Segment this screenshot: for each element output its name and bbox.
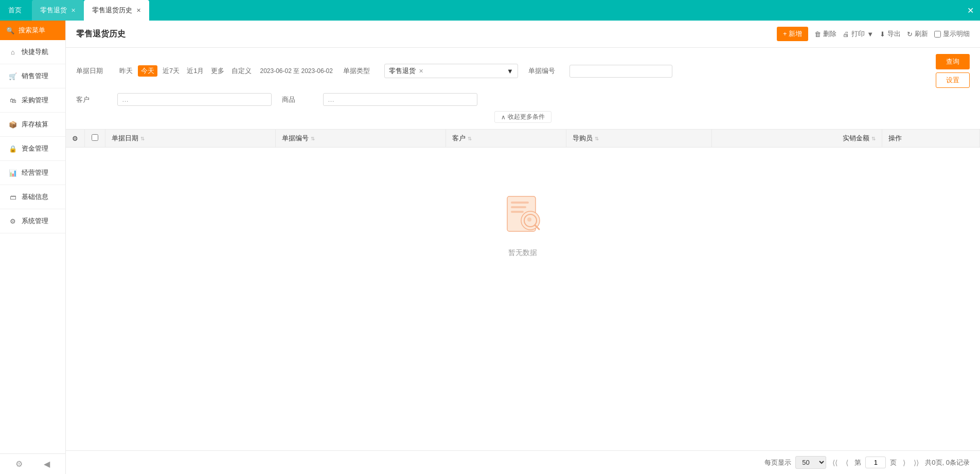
show-detail-checkbox[interactable]: 显示明细 <box>934 29 970 39</box>
tab-retail-return[interactable]: 零售退货 ✕ <box>32 0 84 21</box>
empty-state-row: 暂无数据 <box>66 148 980 299</box>
no-sort-icon: ⇅ <box>311 136 315 141</box>
type-filter-label: 单据类型 <box>343 66 374 76</box>
sidebar-item-finance-mgmt[interactable]: 🔒 资金管理 <box>0 137 65 161</box>
sidebar-item-quick-nav-label: 快捷导航 <box>22 47 48 57</box>
page-first-button[interactable]: ⟨⟨ <box>830 458 840 468</box>
date-opt-yesterday[interactable]: 昨天 <box>117 65 135 77</box>
data-table: ⚙ 单据日期 ⇅ 单据编号 ⇅ <box>66 130 980 299</box>
tab-home-label: 首页 <box>8 6 22 15</box>
setting-button[interactable]: 设置 <box>936 72 970 88</box>
show-detail-input[interactable] <box>934 31 941 38</box>
sidebar-item-sales-mgmt[interactable]: 🛒 销售管理 <box>0 64 65 88</box>
sidebar-item-operation-mgmt[interactable]: 📊 经营管理 <box>0 161 65 185</box>
header-actions: + 新增 🗑 删除 🖨 打印 ▼ ⬇ 导出 ↻ 刷新 <box>777 27 970 41</box>
new-button[interactable]: + 新增 <box>777 27 808 41</box>
print-button[interactable]: 🖨 打印 ▼ <box>843 29 874 39</box>
date-opt-1month[interactable]: 近1月 <box>185 65 206 77</box>
col-date[interactable]: 单据日期 ⇅ <box>105 130 276 148</box>
col-guide[interactable]: 导购员 ⇅ <box>566 130 712 148</box>
filter-area: 单据日期 昨天 今天 近7天 近1月 更多 自定义 2023-06-02 至 2… <box>66 48 980 130</box>
collapse-button[interactable]: ∧ 收起更多条件 <box>494 111 551 123</box>
table-container: ⚙ 单据日期 ⇅ 单据编号 ⇅ <box>66 130 980 450</box>
page-unit: 页 <box>890 458 897 467</box>
type-tag-value: 零售退货 <box>389 66 416 76</box>
voucher-no-input[interactable] <box>569 65 672 78</box>
sidebar-nav: ⌂ 快捷导航 🛒 销售管理 🛍 采购管理 📦 库存核算 🔒 资金管理 📊 <box>0 40 65 453</box>
col-settings[interactable]: ⚙ <box>66 130 85 148</box>
export-icon: ⬇ <box>880 30 885 38</box>
tab-retail-return-history-label: 零售退货历史 <box>92 6 132 15</box>
col-amount[interactable]: 实销金额 ⇅ <box>712 130 882 148</box>
goods-filter-input[interactable]: … <box>323 93 477 106</box>
date-opt-custom[interactable]: 自定义 <box>229 65 254 77</box>
tab-retail-return-close[interactable]: ✕ <box>71 7 76 14</box>
date-opt-today[interactable]: 今天 <box>138 65 157 77</box>
home-icon: ⌂ <box>8 47 17 57</box>
date-opt-more[interactable]: 更多 <box>209 65 226 77</box>
svg-point-7 <box>527 217 531 222</box>
col-action: 操作 <box>882 130 980 148</box>
table-icon: 🗃 <box>8 192 17 202</box>
amount-sort-icon: ⇅ <box>871 136 876 141</box>
type-select-chevron: ▼ <box>507 67 513 75</box>
svg-rect-3 <box>511 211 524 213</box>
tab-retail-return-label: 零售退货 <box>40 6 67 15</box>
sidebar-item-quick-nav[interactable]: ⌂ 快捷导航 <box>0 40 65 64</box>
collapse-row: ∧ 收起更多条件 <box>76 111 970 123</box>
delete-button[interactable]: 🗑 删除 <box>814 29 836 39</box>
refresh-button[interactable]: ↻ 刷新 <box>907 29 928 39</box>
warehouse-icon: 📦 <box>8 120 17 129</box>
goods-filter-label: 商品 <box>282 95 313 104</box>
select-all-checkbox[interactable] <box>92 134 98 141</box>
page-next-button[interactable]: ⟩ <box>901 458 907 468</box>
sidebar-item-inventory-calc[interactable]: 📦 库存核算 <box>0 113 65 137</box>
date-opt-7days[interactable]: 近7天 <box>161 65 182 77</box>
page-prev-button[interactable]: ⟨ <box>844 458 850 468</box>
table-body: 暂无数据 <box>66 148 980 299</box>
page-size-label: 每页显示 <box>764 458 791 467</box>
sidebar-item-basic-info-label: 基础信息 <box>22 192 48 202</box>
svg-rect-2 <box>511 206 526 208</box>
sidebar-item-purchase-mgmt[interactable]: 🛍 采购管理 <box>0 88 65 113</box>
date-filter-label: 单据日期 <box>76 66 107 76</box>
tab-home[interactable]: 首页 <box>0 0 30 21</box>
customer-filter-input[interactable]: … <box>117 93 272 106</box>
sidebar-item-basic-info[interactable]: 🗃 基础信息 <box>0 185 65 209</box>
export-button[interactable]: ⬇ 导出 <box>880 29 901 39</box>
page-title: 零售退货历史 <box>76 29 126 40</box>
sidebar-search[interactable]: 🔍 搜索菜单 <box>0 21 65 40</box>
search-icon: 🔍 <box>6 27 14 34</box>
sidebar-settings-btn[interactable]: ⚙ <box>15 459 23 469</box>
sidebar-collapse-btn[interactable]: ◀ <box>44 459 50 469</box>
col-no[interactable]: 单据编号 ⇅ <box>276 130 446 148</box>
filter-row-2: 客户 … 商品 … <box>76 93 970 106</box>
tab-bar-close-all[interactable]: ✕ <box>967 6 980 15</box>
empty-state: 暂无数据 <box>66 148 980 299</box>
main-layout: 🔍 搜索菜单 ⌂ 快捷导航 🛒 销售管理 🛍 采购管理 📦 库存核算 🔒 <box>0 21 980 474</box>
sidebar-item-system-mgmt[interactable]: ⚙ 系统管理 <box>0 209 65 233</box>
col-customer[interactable]: 客户 ⇅ <box>446 130 566 148</box>
tab-retail-return-history-close[interactable]: ✕ <box>136 7 141 14</box>
lock-icon: 🔒 <box>8 144 17 153</box>
content-area: 零售退货历史 + 新增 🗑 删除 🖨 打印 ▼ ⬇ 导出 ↻ <box>66 21 980 474</box>
page-last-button[interactable]: ⟩⟩ <box>912 458 921 468</box>
empty-state-text: 暂无数据 <box>508 248 537 258</box>
page-label: 第 <box>854 458 861 467</box>
col-checkbox[interactable] <box>85 130 105 148</box>
query-button[interactable]: 查询 <box>936 54 970 69</box>
filter-row-1: 单据日期 昨天 今天 近7天 近1月 更多 自定义 2023-06-02 至 2… <box>76 54 970 88</box>
table-head: ⚙ 单据日期 ⇅ 单据编号 ⇅ <box>66 130 980 148</box>
page-number-input[interactable] <box>865 457 886 468</box>
bag-icon: 🛍 <box>8 96 17 105</box>
date-sort-icon: ⇅ <box>140 136 145 141</box>
chart-icon: 📊 <box>8 168 17 177</box>
sidebar-item-system-mgmt-label: 系统管理 <box>22 216 48 226</box>
date-options: 昨天 今天 近7天 近1月 更多 自定义 2023-06-02 至 2023-0… <box>117 65 333 77</box>
sidebar: 🔍 搜索菜单 ⌂ 快捷导航 🛒 销售管理 🛍 采购管理 📦 库存核算 🔒 <box>0 21 66 474</box>
total-info: 共0页, 0条记录 <box>925 458 970 467</box>
type-tag-close[interactable]: ✕ <box>419 68 423 75</box>
page-size-select[interactable]: 50 100 200 <box>795 456 826 469</box>
tab-retail-return-history[interactable]: 零售退货历史 ✕ <box>84 0 149 21</box>
type-filter-select[interactable]: 零售退货 ✕ ▼ <box>384 64 518 78</box>
